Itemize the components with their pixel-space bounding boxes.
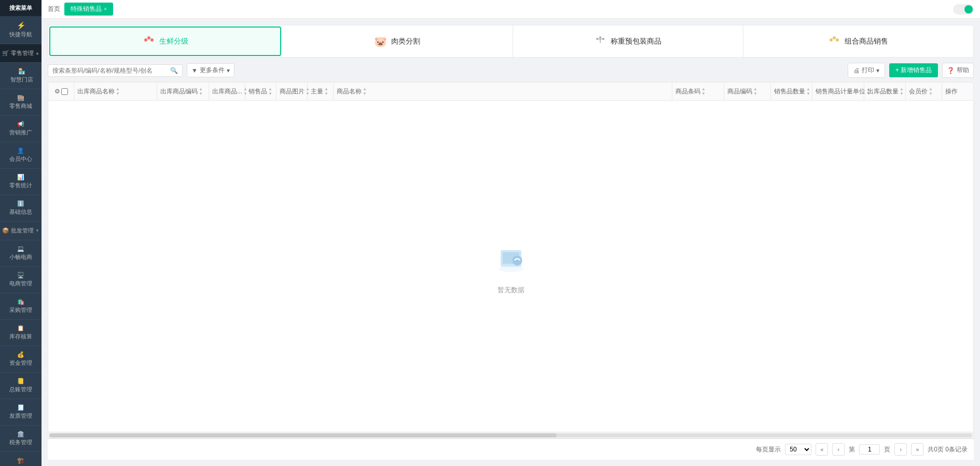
th-saleitem[interactable]: 销售品 ▲▼ [245, 83, 277, 100]
th-outname-label: 出库商品名称 [77, 87, 115, 96]
sidebar-item-base1[interactable]: ℹ️ 基础信息 [0, 195, 42, 222]
sidebar-logo[interactable]: 搜索菜单 [0, 0, 42, 16]
sidebar-item-ecommerce2[interactable]: 🖥️ 电商管理 [0, 267, 42, 293]
th-select-all[interactable]: ⚙ [48, 83, 74, 100]
cat-tab-fresh[interactable]: 生鲜分级 [49, 26, 281, 56]
sidebar-item-assets[interactable]: 🏗️ 固定资产 [0, 452, 42, 466]
sidebar-item-member[interactable]: 👤 会员中心 [0, 142, 42, 169]
marketing-icon: 📢 [17, 121, 24, 128]
th-outcode[interactable]: 出库商品编码 ▲▼ [157, 83, 209, 100]
th-scode-label: 商品编码 [727, 87, 752, 96]
horizontal-scrollbar[interactable] [48, 432, 973, 438]
member-icon: 👤 [17, 147, 24, 154]
first-page-button[interactable]: « [816, 443, 828, 456]
sidebar-item-retail[interactable]: 🛒 零售管理 ▲ [0, 44, 42, 63]
th-unit-label: 销售商品计量单位 [816, 87, 865, 96]
wholesale-arrow: ▼ [35, 228, 39, 233]
th-outqty[interactable]: 出库品数量 ▲▼ [864, 83, 906, 100]
th-outcode-label: 出库商品编码 [160, 87, 198, 96]
cat-tab-meat[interactable]: 🐷 肉类分割 [282, 25, 513, 57]
filter-icon: ▼ [191, 67, 198, 74]
th-img[interactable]: 商品图片 ▲▼ [277, 83, 308, 100]
sort-outqty[interactable]: ▲▼ [900, 87, 904, 96]
sort-price[interactable]: ▲▼ [929, 87, 933, 96]
pagination: 每页显示 50 10 20 100 « ‹ 第 页 › » 共0页 0条记录 [48, 438, 974, 460]
sidebar-item-retailmall[interactable]: 🏬 零售商城 [0, 89, 42, 116]
topbar-tab-close[interactable]: × [104, 6, 107, 12]
combo-icon [828, 34, 840, 49]
search-icon[interactable]: 🔍 [170, 67, 178, 74]
retail-arrow: ▲ [35, 51, 39, 56]
next-page-button[interactable]: › [894, 443, 907, 456]
page-label: 第 [849, 445, 855, 454]
prev-page-button[interactable]: ‹ [832, 443, 845, 456]
sort-scode[interactable]: ▲▼ [753, 87, 757, 96]
th-outname[interactable]: 出库商品名称 ▲▼ [74, 83, 157, 100]
th-op: 操作 [942, 83, 973, 100]
sort-saleitem[interactable]: ▲▼ [268, 87, 272, 96]
base1-icon: ℹ️ [17, 200, 24, 207]
cat-tab-weigh[interactable]: 称重预包装商品 [513, 25, 743, 57]
th-price-label: 会员价 [909, 87, 928, 96]
sidebar-item-quick[interactable]: ⚡ 快捷导航 [0, 16, 42, 44]
th-barcode-label: 商品条码 [675, 87, 700, 96]
last-page-button[interactable]: » [911, 443, 923, 456]
fresh-icon [143, 34, 155, 49]
scrollbar-thumb[interactable] [49, 433, 557, 437]
th-qty[interactable]: 销售品数量 ▲▼ [771, 83, 812, 100]
sidebar: 搜索菜单 ⚡ 快捷导航 🛒 零售管理 ▲ 🏪 智慧门店 🏬 零售商城 📢 营销推… [0, 0, 42, 466]
print-label: 打印 [862, 66, 874, 75]
th-weight-label: 主量 [311, 87, 323, 96]
settings-icon[interactable]: ⚙ [54, 88, 60, 95]
ledger-icon: 📒 [17, 378, 24, 385]
ecommerce1-icon: 💻 [17, 245, 24, 252]
th-saleitem-label: 销售品 [249, 87, 267, 96]
wholesale-icon: 📦 [2, 227, 9, 234]
th-barcode[interactable]: 商品条码 ▲▼ [672, 83, 724, 100]
th-weight[interactable]: 主量 ▲▼ [308, 83, 334, 100]
search-input[interactable] [52, 67, 168, 74]
toolbar: 🔍 ▼ 更多条件 ▾ 🖨 打印 ▾ + 新增销售品 ❓ [48, 63, 974, 78]
sidebar-item-tax[interactable]: 🏛️ 税务管理 [0, 426, 42, 452]
sidebar-item-inventory[interactable]: 📋 库存核算 [0, 320, 42, 346]
th-name2[interactable]: 商品名称 ▲▼ [334, 83, 672, 100]
search-box[interactable]: 🔍 [48, 64, 183, 77]
print-icon: 🖨 [853, 67, 860, 74]
th-unit[interactable]: 销售商品计量单位 ▲▼ [812, 83, 864, 100]
toggle-switch[interactable] [953, 4, 974, 15]
sidebar-item-stats[interactable]: 📊 零售统计 [0, 169, 42, 195]
sidebar-item-ecommerce1[interactable]: 💻 小畅电商 [0, 240, 42, 267]
sort-outname[interactable]: ▲▼ [116, 87, 120, 96]
th-scode[interactable]: 商品编码 ▲▼ [724, 83, 771, 100]
select-all-checkbox[interactable] [61, 88, 68, 95]
cat-tab-combo[interactable]: 组合商品销售 [743, 25, 973, 57]
sidebar-item-marketing[interactable]: 📢 营销推广 [0, 116, 42, 142]
page-size-select[interactable]: 50 10 20 100 [785, 444, 811, 455]
th-outcode2[interactable]: 出库商品... ▲▼ [209, 83, 245, 100]
sort-qty[interactable]: ▲▼ [806, 87, 810, 96]
retail-icon: 🛒 [2, 50, 9, 57]
sort-name2[interactable]: ▲▼ [363, 87, 367, 96]
sort-weight[interactable]: ▲▼ [324, 87, 328, 96]
sidebar-item-finance[interactable]: 💰 资金管理 [0, 346, 42, 373]
sidebar-item-smartstore[interactable]: 🏪 智慧门店 [0, 63, 42, 89]
topbar-home[interactable]: 首页 [48, 5, 60, 13]
sort-outcode[interactable]: ▲▼ [199, 87, 203, 96]
empty-text: 暂无数据 [498, 285, 524, 295]
help-button[interactable]: ❓ 帮助 [942, 63, 974, 78]
sidebar-item-invoice[interactable]: 🧾 发票管理 [0, 399, 42, 426]
sort-barcode[interactable]: ▲▼ [701, 87, 706, 96]
topbar-tab[interactable]: 特殊销售品 × [64, 3, 113, 16]
total-label: 共0页 0条记录 [928, 445, 968, 454]
sidebar-item-wholesale[interactable]: 📦 批发管理 ▼ [0, 222, 42, 240]
smartstore-icon: 🏪 [18, 68, 25, 75]
sidebar-item-ledger[interactable]: 📒 总账管理 [0, 373, 42, 399]
new-button[interactable]: + 新增销售品 [889, 63, 938, 77]
print-button[interactable]: 🖨 打印 ▾ [848, 63, 885, 78]
filter-button[interactable]: ▼ 更多条件 ▾ [187, 63, 234, 77]
page-number-input[interactable] [859, 444, 880, 455]
help-label: 帮助 [957, 66, 969, 75]
finance-icon: 💰 [17, 351, 24, 358]
sidebar-item-purchase[interactable]: 🛍️ 采购管理 [0, 293, 42, 320]
th-price[interactable]: 会员价 ▲▼ [906, 83, 942, 100]
